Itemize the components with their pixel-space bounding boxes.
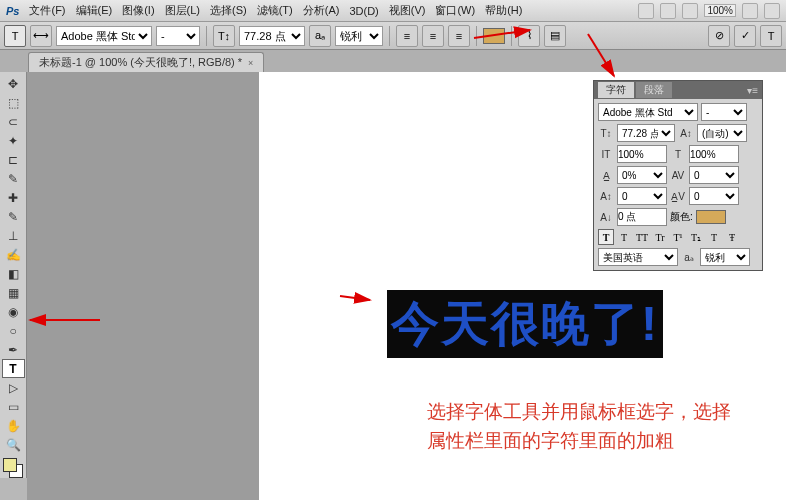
instruction-line-2: 属性栏里面的字符里面的加粗: [427, 427, 731, 456]
cancel-button[interactable]: ⊘: [708, 25, 730, 47]
panel-hscale[interactable]: [689, 145, 739, 163]
menu-3d[interactable]: 3D(D): [349, 5, 378, 17]
tool-eraser[interactable]: ◧: [2, 264, 25, 283]
tool-blur[interactable]: ◉: [2, 302, 25, 321]
tool-hand[interactable]: ✋: [2, 416, 25, 435]
tool-heal[interactable]: ✚: [2, 188, 25, 207]
panel-leading[interactable]: (自动): [697, 124, 747, 142]
tool-pen[interactable]: ✒: [2, 340, 25, 359]
kern2-icon: A̲V: [670, 188, 686, 204]
panel-aa[interactable]: 锐利: [700, 248, 750, 266]
vscale-icon: IT: [598, 146, 614, 162]
panel-vscale[interactable]: [617, 145, 667, 163]
tool-crop[interactable]: ⊏: [2, 150, 25, 169]
zoom-display[interactable]: 100%: [704, 4, 736, 17]
close-tab-icon[interactable]: ×: [248, 58, 253, 68]
instruction-line-1: 选择字体工具并用鼠标框选字，选择: [427, 398, 731, 427]
text-color-swatch[interactable]: [483, 28, 505, 44]
menu-image[interactable]: 图像(I): [122, 3, 154, 18]
tool-move[interactable]: ✥: [2, 74, 25, 93]
style-7[interactable]: Ŧ: [724, 229, 740, 245]
threeD-text-button[interactable]: T: [760, 25, 782, 47]
font-size-select[interactable]: 77.28 点: [239, 26, 305, 46]
tool-preset-button[interactable]: T: [4, 25, 26, 47]
panel-menu-icon[interactable]: ▾≡: [747, 85, 758, 96]
panel-color-swatch[interactable]: [696, 210, 726, 224]
menu-window[interactable]: 窗口(W): [435, 3, 475, 18]
document-tab[interactable]: 未标题-1 @ 100% (今天很晚了!, RGB/8) * ×: [28, 52, 264, 72]
color-swatches[interactable]: [3, 458, 23, 478]
tool-zoom[interactable]: 🔍: [2, 435, 25, 454]
menu-select[interactable]: 选择(S): [210, 3, 247, 18]
align-left-button[interactable]: ≡: [396, 25, 418, 47]
align-right-button[interactable]: ≡: [448, 25, 470, 47]
tool-gradient[interactable]: ▦: [2, 283, 25, 302]
tool-shape[interactable]: ▭: [2, 397, 25, 416]
layout-icon[interactable]: [638, 3, 654, 19]
tool-type[interactable]: T: [2, 359, 25, 378]
commit-button[interactable]: ✓: [734, 25, 756, 47]
menu-help[interactable]: 帮助(H): [485, 3, 522, 18]
document-tab-bar: 未标题-1 @ 100% (今天很晚了!, RGB/8) * ×: [0, 50, 786, 72]
style-6[interactable]: T: [706, 229, 722, 245]
tool-dodge[interactable]: ○: [2, 321, 25, 340]
panel-ai[interactable]: [617, 208, 667, 226]
panel-kerning[interactable]: 0: [689, 166, 739, 184]
tool-lasso[interactable]: ⊂: [2, 112, 25, 131]
font-family-select[interactable]: Adobe 黑体 Std: [56, 26, 152, 46]
extras-icon-2[interactable]: [764, 3, 780, 19]
tool-wand[interactable]: ✦: [2, 131, 25, 150]
align-center-button[interactable]: ≡: [422, 25, 444, 47]
warp-text-button[interactable]: ⌇: [518, 25, 540, 47]
font-style-select[interactable]: -: [156, 26, 200, 46]
tool-marquee[interactable]: ⬚: [2, 93, 25, 112]
tracking-icon: A̲: [598, 167, 614, 183]
document-title: 未标题-1 @ 100% (今天很晚了!, RGB/8) *: [39, 55, 242, 70]
panel-size[interactable]: 77.28 点: [617, 124, 675, 142]
panel-font-family[interactable]: Adobe 黑体 Std: [598, 103, 698, 121]
style-2[interactable]: TT: [634, 229, 650, 245]
panel-aa-icon: aₐ: [681, 249, 697, 265]
character-panel-button[interactable]: ▤: [544, 25, 566, 47]
font-size-icon: T↕: [213, 25, 235, 47]
tool-stamp[interactable]: ⊥: [2, 226, 25, 245]
hscale-icon: T: [670, 146, 686, 162]
panel-body: Adobe 黑体 Std - T↕ 77.28 点 A↕ (自动) IT T A…: [594, 99, 762, 270]
layout-icon-3[interactable]: [682, 3, 698, 19]
layout-icon-2[interactable]: [660, 3, 676, 19]
color-label: 颜色:: [670, 210, 693, 224]
panel-font-style[interactable]: -: [701, 103, 747, 121]
menu-filter[interactable]: 滤镜(T): [257, 3, 293, 18]
panel-kern2[interactable]: 0: [689, 187, 739, 205]
panel-baseline[interactable]: 0: [617, 187, 667, 205]
tab-character[interactable]: 字符: [598, 82, 634, 98]
style-0[interactable]: T: [598, 229, 614, 245]
style-1[interactable]: T: [616, 229, 632, 245]
leading-icon: A↕: [678, 125, 694, 141]
text-orientation-button[interactable]: ⟷: [30, 25, 52, 47]
extras-icon[interactable]: [742, 3, 758, 19]
menu-right: 100%: [638, 3, 780, 19]
panel-language[interactable]: 美国英语: [598, 248, 678, 266]
tool-brush[interactable]: ✎: [2, 207, 25, 226]
size-icon: T↕: [598, 125, 614, 141]
tab-paragraph[interactable]: 段落: [636, 82, 672, 98]
panel-header[interactable]: 字符 段落 ▾≡: [594, 81, 762, 99]
menu-view[interactable]: 视图(V): [389, 3, 426, 18]
kerning-icon: AV: [670, 167, 686, 183]
tool-history[interactable]: ✍: [2, 245, 25, 264]
style-3[interactable]: Tr: [652, 229, 668, 245]
menu-analysis[interactable]: 分析(A): [303, 3, 340, 18]
tool-eyedrop[interactable]: ✎: [2, 169, 25, 188]
character-panel[interactable]: 字符 段落 ▾≡ Adobe 黑体 Std - T↕ 77.28 点 A↕ (自…: [593, 80, 763, 271]
antialias-select[interactable]: 锐利: [335, 26, 383, 46]
instruction-text: 选择字体工具并用鼠标框选字，选择 属性栏里面的字符里面的加粗: [427, 398, 731, 455]
panel-tracking[interactable]: 0%: [617, 166, 667, 184]
menu-file[interactable]: 文件(F): [29, 3, 65, 18]
selected-text-layer[interactable]: 今天很晚了!: [387, 290, 663, 358]
menu-edit[interactable]: 编辑(E): [76, 3, 113, 18]
style-5[interactable]: T₁: [688, 229, 704, 245]
tool-path[interactable]: ▷: [2, 378, 25, 397]
menu-layer[interactable]: 图层(L): [165, 3, 200, 18]
style-4[interactable]: T¹: [670, 229, 686, 245]
